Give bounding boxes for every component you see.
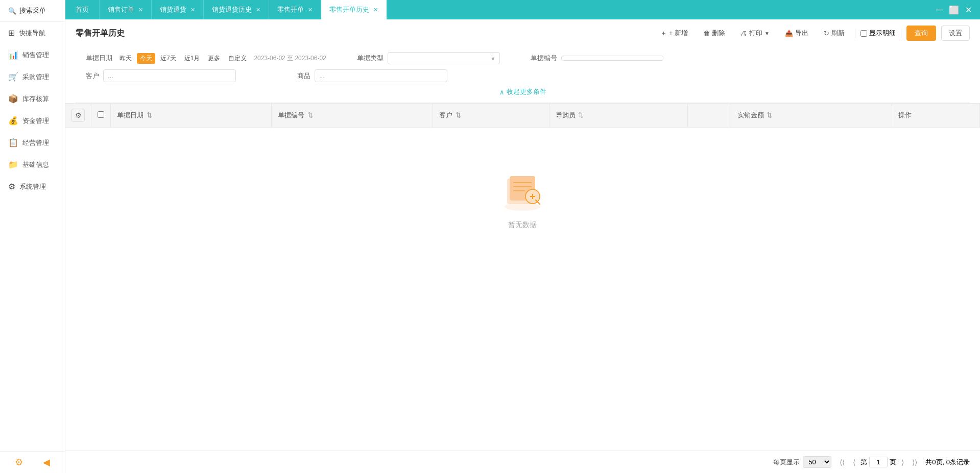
filter-order-no: 单据编号 <box>531 54 663 63</box>
page-last-btn[interactable]: ⟩⟩ <box>909 457 920 467</box>
col-customer[interactable]: 客户 ⇅ <box>433 104 549 128</box>
date-custom-btn[interactable]: 自定义 <box>225 53 250 64</box>
page-header: 零售开单历史 ＋ + 新增 🗑 删除 🖨 打印 ▼ <box>65 19 980 104</box>
goods-input[interactable]: ... <box>315 69 447 82</box>
sidebar-search-btn[interactable]: 🔍 搜索采单 <box>0 0 65 22</box>
sidebar-item-finance[interactable]: 💰 资金管理 <box>0 110 65 132</box>
data-table: ⚙ 单据日期 ⇅ 单据编号 ⇅ <box>65 104 980 270</box>
toolbar: ＋ + 新增 🗑 删除 🖨 打印 ▼ 📤 导出 <box>655 26 970 41</box>
goods-dots: ... <box>319 72 325 80</box>
settings-icon[interactable]: ⚙ <box>15 457 23 468</box>
collapse-btn[interactable]: ∧ 收起更多条件 <box>86 87 960 96</box>
window-close[interactable]: ✕ <box>965 5 972 15</box>
tab-home-label: 首页 <box>76 5 89 14</box>
tab-sales-order[interactable]: 销售订单 ✕ <box>100 0 152 19</box>
col-amount[interactable]: 实销金额 ⇅ <box>731 104 892 128</box>
customer-label: 客户 <box>86 71 99 81</box>
select-all-checkbox[interactable] <box>98 111 104 118</box>
sidebar-item-label: 库存核算 <box>22 94 49 104</box>
sidebar-item-label: 采购管理 <box>22 72 49 82</box>
window-minimize[interactable]: ─ <box>936 5 943 15</box>
tab-retail-open[interactable]: 零售开单 ✕ <box>269 0 321 19</box>
sidebar-item-operation[interactable]: 📋 经营管理 <box>0 132 65 154</box>
date-quick-btns: 昨天 今天 近7天 近1月 更多 自定义 <box>116 53 250 64</box>
query-button[interactable]: 查询 <box>906 26 936 41</box>
tab-retail-open-history[interactable]: 零售开单历史 ✕ <box>321 0 387 19</box>
sidebar-item-sales[interactable]: 📊 销售管理 <box>0 44 65 66</box>
nav-icon: ⊞ <box>8 28 15 38</box>
sidebar: 🔍 搜索采单 ⊞ 快捷导航 📊 销售管理 🛒 采购管理 📦 库存核算 💰 资金管… <box>0 0 65 473</box>
refresh-button[interactable]: ↻ 刷新 <box>819 26 850 40</box>
customer-dots: ... <box>108 72 113 80</box>
tab-sales-return-history-close[interactable]: ✕ <box>256 7 260 13</box>
tab-retail-open-history-close[interactable]: ✕ <box>373 7 378 13</box>
no-sort-icon: ⇅ <box>307 111 313 119</box>
page-input[interactable] <box>869 457 888 467</box>
tab-retail-open-close[interactable]: ✕ <box>308 7 313 13</box>
window-restore[interactable]: ⬜ <box>949 5 959 15</box>
sidebar-item-system[interactable]: ⚙ 系统管理 <box>0 176 65 197</box>
col-date[interactable]: 单据日期 ⇅ <box>111 104 272 128</box>
tab-retail-open-history-label: 零售开单历史 <box>329 5 369 14</box>
tab-sales-return-close[interactable]: ✕ <box>190 7 195 13</box>
main-area: 首页 销售订单 ✕ 销货退货 ✕ 销货退货历史 ✕ 零售开单 ✕ 零售开单历史 … <box>65 0 980 473</box>
sidebar-item-nav[interactable]: ⊞ 快捷导航 <box>0 22 65 44</box>
delete-button[interactable]: 🗑 删除 <box>698 26 730 40</box>
order-type-select[interactable]: ∨ <box>388 52 500 64</box>
export-icon: 📤 <box>785 30 793 37</box>
settings-button[interactable]: 设置 <box>941 26 970 41</box>
filter-row-1: 单据日期 昨天 今天 近7天 近1月 更多 自定义 2023-06-02 至 2… <box>86 52 960 64</box>
sidebar-item-label: 销售管理 <box>22 51 49 60</box>
print-dropdown-icon: ▼ <box>764 31 770 36</box>
filter-date: 单据日期 昨天 今天 近7天 近1月 更多 自定义 2023-06-02 至 2… <box>86 53 326 64</box>
col-settings[interactable]: ⚙ <box>65 104 91 128</box>
operation-icon: 📋 <box>8 138 18 147</box>
tab-sales-return-label: 销货退货 <box>160 5 186 14</box>
page-next-btn[interactable]: ⟩ <box>898 457 907 467</box>
add-button[interactable]: ＋ + 新增 <box>655 26 693 40</box>
tab-home[interactable]: 首页 <box>65 0 100 19</box>
filter-section: 单据日期 昨天 今天 近7天 近1月 更多 自定义 2023-06-02 至 2… <box>76 46 970 103</box>
col-no[interactable]: 单据编号 ⇅ <box>272 104 433 128</box>
display-detail-checkbox-label[interactable]: 显示明细 <box>861 29 896 38</box>
export-label: 导出 <box>795 29 808 38</box>
tab-sales-return-history-label: 销货退货历史 <box>212 5 252 14</box>
pagination: 每页显示 50 10 20 100 ⟨⟨ ⟨ 第 页 ⟩ ⟩⟩ 共0页, 0条记… <box>65 451 980 473</box>
page-prev-btn[interactable]: ⟨ <box>850 457 858 467</box>
export-button[interactable]: 📤 导出 <box>780 26 814 40</box>
refresh-label: 刷新 <box>831 29 845 38</box>
page-first-btn[interactable]: ⟨⟨ <box>836 457 848 467</box>
col-action: 操作 <box>892 104 980 128</box>
empty-state: 暂无数据 <box>65 128 980 270</box>
print-button[interactable]: 🖨 打印 ▼ <box>735 26 775 40</box>
customer-sort-icon: ⇅ <box>456 111 461 119</box>
display-detail-checkbox[interactable] <box>861 30 867 37</box>
per-page-select[interactable]: 50 10 20 100 <box>803 456 831 468</box>
page-title: 零售开单历史 <box>76 28 125 39</box>
table-settings-icon[interactable]: ⚙ <box>71 109 85 122</box>
sidebar-item-basic[interactable]: 📁 基础信息 <box>0 154 65 176</box>
date-more-btn[interactable]: 更多 <box>205 53 223 64</box>
sidebar-item-purchase[interactable]: 🛒 采购管理 <box>0 66 65 88</box>
print-label: 打印 <box>749 29 762 38</box>
tab-sales-order-close[interactable]: ✕ <box>138 7 143 13</box>
order-no-input[interactable] <box>561 56 663 61</box>
customer-input[interactable]: ... <box>103 69 236 82</box>
date-yesterday-btn[interactable]: 昨天 <box>116 53 135 64</box>
sidebar-item-inventory[interactable]: 📦 库存核算 <box>0 88 65 110</box>
date-sort-icon: ⇅ <box>147 111 152 119</box>
date-1month-btn[interactable]: 近1月 <box>181 53 203 64</box>
tab-sales-return[interactable]: 销货退货 ✕ <box>152 0 204 19</box>
per-page-control: 每页显示 50 10 20 100 <box>773 456 831 468</box>
col-checkbox[interactable] <box>91 104 111 128</box>
inventory-icon: 📦 <box>8 94 18 104</box>
refresh-icon: ↻ <box>824 30 829 37</box>
collapse-sidebar-icon[interactable]: ◀ <box>43 457 50 468</box>
date-7days-btn[interactable]: 近7天 <box>157 53 179 64</box>
tab-sales-return-history[interactable]: 销货退货历史 ✕ <box>204 0 269 19</box>
filter-row-2: 客户 ... 商品 ... <box>86 69 960 82</box>
date-today-btn[interactable]: 今天 <box>137 53 155 64</box>
page-header-top: 零售开单历史 ＋ + 新增 🗑 删除 🖨 打印 ▼ <box>76 26 970 46</box>
col-guide[interactable]: 导购员 ⇅ <box>549 104 688 128</box>
basic-icon: 📁 <box>8 160 18 169</box>
